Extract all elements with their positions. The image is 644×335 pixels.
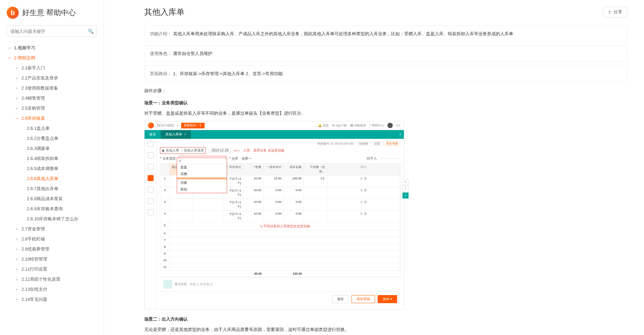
path-text: 1、库存核算->库存管理->其他入库单 2、首页->常用功能	[173, 71, 283, 76]
shot-draft-button: 保存草稿	[352, 295, 375, 303]
intro-callout: 功能介绍：其他入库单用来处理除采购入库、产成品入库之外的其他入库业务，因此其他入…	[144, 25, 627, 42]
brand: b 好生意 帮助中心	[7, 7, 104, 19]
plus-icon: +	[14, 287, 19, 292]
nav-2-7[interactable]: +2.7资金管理	[7, 224, 104, 234]
rail-icon	[148, 152, 154, 158]
plus-icon: +	[14, 297, 19, 302]
minus-icon: −	[7, 55, 12, 61]
nav-2-5[interactable]: +2.5采购管理	[7, 103, 104, 113]
main-content: 其他入库单 ⇪分享 功能介绍：其他入库单用来处理除采购入库、产成品入库之外的其他…	[104, 0, 641, 335]
scene2-title: 场景二：出入方向确认	[144, 316, 627, 322]
nav-2-6-6[interactable]: 2.6.6其他入库单	[7, 174, 104, 184]
shot-save-button: 保存 ▾	[378, 295, 397, 303]
shot-date: 2019-12-26	[209, 148, 231, 153]
brand-logo: b	[7, 7, 19, 19]
biz-type-dropdown: ▾ 盘盈 买赠 功换 拆包	[177, 158, 227, 193]
rail-icon	[148, 164, 154, 170]
role-callout: 使用角色：通常由仓管人员维护	[144, 45, 627, 62]
path-label: 页面路径：	[150, 71, 172, 76]
annotation-1: 入库、退库业务 在这里切换	[243, 148, 284, 153]
side-handles: ✎⤴⤢	[402, 179, 409, 199]
nav-2-9[interactable]: +2.9优惠券管理	[7, 244, 104, 254]
share-icon: ⇪	[608, 10, 611, 15]
nav-2-11[interactable]: +2.11打印设置	[7, 264, 104, 274]
shot-radio-group: ◉ 其他入库 ○ 其他入库退库	[160, 147, 206, 154]
rail-icon	[148, 175, 154, 181]
avatar-icon	[387, 123, 393, 128]
nav-2-1[interactable]: +2.1新手入门	[7, 63, 104, 73]
shot-logo-icon	[148, 122, 154, 128]
shot-buy-button: 我要购买一下	[181, 123, 205, 128]
plus-icon: +	[14, 96, 19, 101]
brand-title: 好生意 帮助中心	[22, 8, 76, 18]
shot-tab-home: 首页	[145, 130, 161, 139]
role-label: 使用角色：	[150, 51, 172, 56]
nav-2-13[interactable]: +2.13在线支付	[7, 284, 104, 294]
plus-icon: +	[14, 257, 19, 262]
shot-left-rail	[145, 139, 157, 309]
nav-2-3[interactable]: +2.3使用前数据准备	[7, 83, 104, 93]
nav-2-12[interactable]: +2.12系统个性化设置	[7, 274, 104, 284]
shot-tab-doc: 其他入库单×	[161, 130, 191, 139]
minus-icon: −	[14, 116, 19, 121]
nav-2-2[interactable]: +2.2产品安装及登录	[7, 73, 104, 83]
intro-text: 其他入库单用来处理除采购入库、产成品入库之外的其他入库业务，因此其他入库单可处理…	[173, 31, 513, 36]
rail-icon	[148, 209, 154, 215]
nav-2-6-3[interactable]: 2.6.3调拨单	[7, 144, 104, 154]
plus-icon: +	[14, 65, 19, 71]
nav-2-6-5[interactable]: 2.6.5成本调整单	[7, 164, 104, 174]
plus-icon: +	[14, 226, 19, 232]
nav-2-4[interactable]: +2.4销售管理	[7, 93, 104, 103]
scene1-text: 对于受赠、盘盈或是拆装入库等不同的业务，是通过单据头【业务类型】进行区分。	[144, 109, 627, 118]
nav-2-6-8[interactable]: 2.6.8商品成本重算	[7, 194, 104, 204]
shot-discard-button: 放弃	[332, 295, 349, 303]
nav-2-6-10[interactable]: 2.6.10库存账本错了怎么办	[7, 214, 104, 224]
nav-2-6-7[interactable]: 2.6.7其他出库单	[7, 184, 104, 194]
close-icon: ×	[396, 132, 404, 136]
nav-video[interactable]: +1.视频学习	[7, 43, 104, 53]
rail-icon	[148, 198, 154, 204]
plus-icon: +	[14, 246, 19, 252]
plus-icon: +	[14, 86, 19, 91]
nav-2-10[interactable]: +2.10经营管理	[7, 254, 104, 264]
nav-2-6-1[interactable]: 2.6.1盘点单	[7, 123, 104, 133]
remark-icon	[163, 280, 172, 289]
page-title: 其他入库单	[144, 7, 184, 17]
share-button[interactable]: ⇪分享	[603, 7, 627, 17]
intro-label: 功能介绍：	[150, 31, 172, 36]
rail-icon	[148, 141, 154, 147]
scene1-title: 场景一：业务类型确认	[144, 100, 627, 106]
embedded-screenshot: TEST-H002 ▾ 我要购买一下 🔔 消息 ⊕ App下载 ☰ 功能更新 ?…	[144, 121, 404, 310]
nav-2-6-2[interactable]: 2.6.2分量盘点单	[7, 133, 104, 144]
plus-icon: +	[14, 277, 19, 282]
plus-icon: +	[14, 267, 19, 272]
sidebar-nav: +1.视频学习 −2.帮助文档 +2.1新手入门 +2.2产品安装及登录 +2.…	[7, 43, 104, 304]
nav-2-6[interactable]: −2.6库存核算	[7, 113, 104, 123]
nav-2-6-4[interactable]: 2.6.4组装拆卸单	[7, 154, 104, 164]
rail-icon	[148, 186, 154, 192]
nav-2-6-9[interactable]: 2.6.9库存账本查询	[7, 204, 104, 214]
close-icon: ×	[184, 132, 186, 136]
search-input[interactable]	[7, 25, 97, 37]
nav-docs[interactable]: −2.帮助文档	[7, 53, 104, 63]
scene2-text1: 无论是受赠，还是其他类型的业务，由于入库商品质量等原因，需要退回，这时可通过单据…	[144, 326, 627, 334]
role-text: 通常由仓管人员维护	[173, 51, 212, 56]
shot-db-name: TEST-H002	[157, 124, 174, 127]
path-callout: 页面路径：1、库存核算->库存管理->其他入库单 2、首页->常用功能	[144, 65, 627, 82]
plus-icon: +	[7, 45, 12, 51]
plus-icon: +	[14, 75, 19, 81]
sidebar: b 好生意 帮助中心 🔍 +1.视频学习 −2.帮助文档 +2.1新手入门 +2…	[0, 0, 104, 335]
nav-2-14[interactable]: +2.14常见问题	[7, 294, 104, 304]
nav-2-8[interactable]: +2.8手机旺铺	[7, 234, 104, 244]
search-icon[interactable]: 🔍	[88, 29, 94, 34]
plus-icon: +	[14, 236, 19, 242]
arrow-icon: ⟵	[234, 148, 240, 153]
search-box: 🔍	[7, 25, 97, 37]
plus-icon: +	[14, 106, 19, 111]
steps-label: 操作步骤：	[144, 88, 627, 94]
